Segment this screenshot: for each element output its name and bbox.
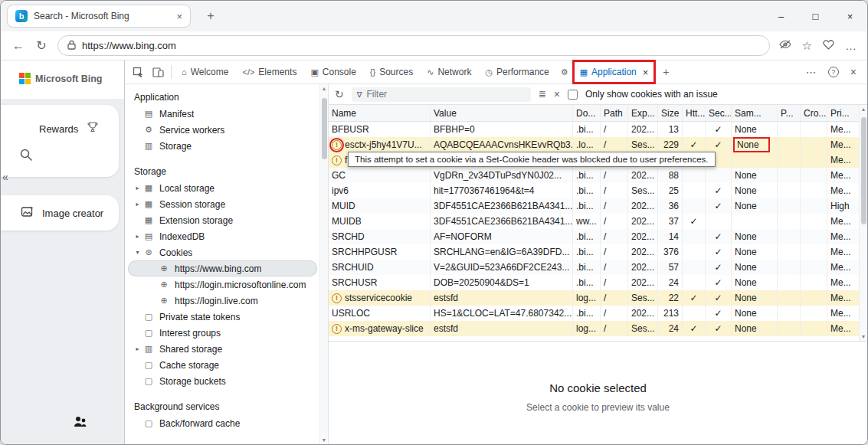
reset-filter-icon[interactable]: ≣ [539, 89, 546, 100]
devtools-tab-application[interactable]: ▦Application× [573, 61, 656, 83]
favorites-star-icon[interactable]: ☆ [802, 39, 812, 53]
tracking-prevention-icon[interactable] [779, 39, 791, 53]
cookie-row-SRCHHPGUSR[interactable]: SRCHHPGUSRSRCHLANG=en&IG=6A39DFD....bi..… [329, 244, 859, 260]
devtools-panel: ⌂Welcome</>Elements▣Console{}Sources∿Net… [124, 61, 867, 444]
cookie-row-USRLOC[interactable]: USRLOCHS=1&CLOC=LAT=47.6807342....bi.../… [329, 306, 859, 321]
sidebar-item-storage-buckets[interactable]: ▢Storage buckets [128, 373, 317, 389]
only-issue-checkbox[interactable] [568, 90, 578, 100]
image-creator-card[interactable]: Image creator [1, 195, 119, 231]
sidebar-item-back-forward-cache[interactable]: ▢Back/forward cache [128, 415, 317, 431]
browser-essentials-icon[interactable] [823, 39, 834, 53]
people-icon[interactable] [73, 416, 88, 430]
devtools-tab-settings[interactable]: ⚙ [556, 61, 573, 83]
inspect-element-icon[interactable] [128, 61, 148, 83]
cell [778, 275, 801, 290]
devtools-tab-performance[interactable]: ◷Performance [478, 61, 555, 83]
column-header-exp[interactable]: Exp... [628, 105, 658, 121]
collapsed-arrow-icon[interactable]: ▸ [133, 185, 142, 191]
scroll-down-icon[interactable]: ▼ [322, 437, 327, 443]
sidebar-item-https-www-bing-com[interactable]: ⊕https://www.bing.com [128, 260, 317, 276]
devtools-tab-welcome[interactable]: ⌂Welcome [175, 61, 235, 83]
cookie-row-x-ms-gateway-slice[interactable]: !x-ms-gateway-sliceestsfdlog.../Ses...24… [329, 321, 859, 336]
collapse-chevron-icon[interactable]: « [2, 171, 8, 183]
item-icon: ▢ [142, 376, 155, 386]
sidebar-item-session-storage[interactable]: ▸▦Session storage [128, 196, 317, 212]
address-bar[interactable]: https://www.bing.com [57, 35, 770, 56]
column-header-pri[interactable]: Pri... [827, 105, 859, 121]
sidebar-scrollbar[interactable]: ▲ ▼ [319, 84, 328, 444]
close-button[interactable]: × [833, 1, 867, 31]
sidebar-item-private-state-tokens[interactable]: ▢Private state tokens [128, 309, 317, 325]
clear-filter-icon[interactable]: × [554, 88, 560, 100]
devtools-tab-elements[interactable]: </>Elements [235, 61, 303, 83]
sidebar-item-interest-groups[interactable]: ▢Interest groups [128, 325, 317, 341]
trophy-icon[interactable] [87, 121, 99, 136]
cell: / [601, 214, 628, 229]
tab-close-icon[interactable]: × [176, 11, 182, 22]
column-header-p[interactable]: P... [778, 105, 801, 121]
cookie-row-ipv6[interactable]: ipv6hit=1770367461964&t=4.bi.../Ses...25… [329, 183, 859, 198]
sidebar-item-storage[interactable]: ▥Storage [128, 138, 317, 154]
sidebar-item-extension-storage[interactable]: ▦Extension storage [128, 212, 317, 228]
collapsed-arrow-icon[interactable]: ▸ [133, 201, 142, 208]
column-header-name[interactable]: Name [329, 105, 431, 121]
cell: SRCHLANG=en&IG=6A39DFD... [431, 244, 573, 260]
scroll-up-icon[interactable]: ▲ [861, 106, 866, 112]
column-header-do[interactable]: Do... [573, 105, 601, 121]
collapsed-arrow-icon[interactable]: ▸ [133, 345, 142, 352]
filter-input[interactable] [366, 89, 525, 100]
new-tab-button[interactable]: + [201, 9, 220, 23]
scroll-up-icon[interactable]: ▲ [322, 86, 327, 91]
sidebar-item-shared-storage[interactable]: ▸▥Shared storage [128, 341, 317, 357]
add-panel-button[interactable]: + [655, 66, 676, 78]
column-header-cro[interactable]: Cro... [801, 105, 827, 121]
sidebar-item-indexeddb[interactable]: ▸▤IndexedDB [128, 228, 317, 244]
filter-box[interactable]: ∇ [352, 87, 531, 102]
cookie-row-stsservicecookie[interactable]: !stsservicecookieestsfdlog.../Ses...22✓✓… [329, 290, 859, 306]
column-header-size[interactable]: Size [658, 105, 683, 121]
cookie-row-SRCHUID[interactable]: SRCHUIDV=2&GUID=523A66DF2CE243....bi.../… [329, 260, 859, 275]
close-application-tab-icon[interactable]: × [643, 67, 649, 78]
sidebar-item-https-login-microsoftonline-com[interactable]: ⊕https://login.microsoftonline.com [128, 276, 317, 293]
cookie-row-BFBUSR[interactable]: BFBUSRBFBHP=0.bi.../202...13✓NoneMe... [329, 122, 859, 137]
column-header-htt[interactable]: Htt... [683, 105, 706, 121]
devtools-tab-network[interactable]: ∿Network [420, 61, 478, 83]
column-header-sec[interactable]: Sec... [706, 105, 732, 121]
close-devtools-icon[interactable]: × [850, 66, 857, 78]
sidebar-item-cookies[interactable]: ▾⊛Cookies [128, 244, 317, 260]
device-toolbar-icon[interactable] [148, 61, 168, 83]
scrollbar-thumb[interactable] [322, 98, 327, 159]
rewards-label[interactable]: Rewards [39, 123, 78, 135]
devtools-tab-console[interactable]: ▣Console [303, 61, 362, 83]
column-header-path[interactable]: Path [601, 105, 628, 121]
cookie-row-MUIDB[interactable]: MUIDB3DF4551CAE2366B621BA4341...ww.../20… [329, 214, 859, 229]
search-icon[interactable] [19, 148, 33, 165]
cookie-row-SRCHUSR[interactable]: SRCHUSRDOB=20250904&DS=1.bi.../202...24✓… [329, 275, 859, 290]
cookie-row-MUID[interactable]: MUID3DF4551CAE2366B621BA4341....bi.../20… [329, 198, 859, 214]
sidebar-item-service-workers[interactable]: ⚙Service workers [128, 122, 317, 138]
table-scrollbar[interactable]: ▲ ▼ [859, 105, 867, 341]
scroll-down-icon[interactable]: ▼ [861, 334, 866, 339]
more-options-icon[interactable]: ⋯ [806, 66, 817, 78]
cookie-row-esctx-j5hy41V7U...[interactable]: !esctx-j5hy41V7U...AQABCQEAAACvnsHKEvvRQ… [329, 137, 859, 152]
settings-more-icon[interactable]: … [845, 39, 857, 52]
sidebar-item-https-login-live-com[interactable]: ⊕https://login.live.com [128, 293, 317, 309]
collapsed-arrow-icon[interactable]: ▸ [133, 233, 142, 240]
cookie-row-GC[interactable]: GCVgDRn_2v34DTuPsdYN0J02....bi.../202...… [329, 168, 859, 183]
sidebar-item-local-storage[interactable]: ▸▦Local storage [128, 180, 317, 196]
back-icon[interactable]: ← [11, 39, 25, 53]
refresh-cookies-icon[interactable]: ↻ [335, 88, 344, 100]
help-icon[interactable]: ? [828, 67, 839, 77]
minimize-button[interactable]: – [764, 1, 798, 31]
expanded-arrow-icon[interactable]: ▾ [133, 249, 142, 256]
devtools-tab-sources[interactable]: {}Sources [363, 61, 420, 83]
column-header-sam[interactable]: Sam... [732, 105, 778, 121]
sidebar-item-manifest[interactable]: ▤Manifest [128, 106, 317, 122]
refresh-icon[interactable]: ↻ [34, 38, 48, 53]
cookie-row-SRCHD[interactable]: SRCHDAF=NOFORM.bi.../202...14✓NoneMe... [329, 229, 859, 244]
column-header-value[interactable]: Value [431, 105, 573, 121]
sidebar-item-cache-storage[interactable]: ▢Cache storage [128, 357, 317, 373]
maximize-button[interactable]: □ [798, 1, 833, 31]
browser-tab[interactable]: b Search - Microsoft Bing × [7, 5, 191, 28]
scrollbar-thumb[interactable] [861, 117, 866, 224]
